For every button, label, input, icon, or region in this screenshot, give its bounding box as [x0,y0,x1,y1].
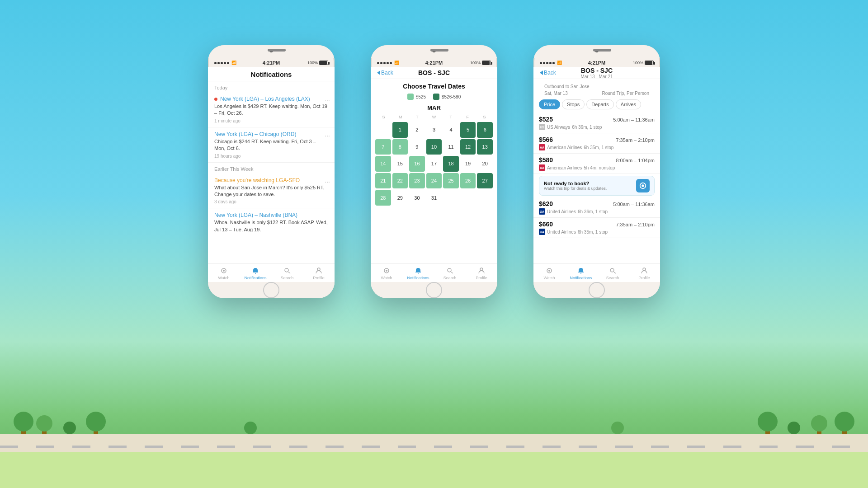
nav3-search[interactable]: Search [597,264,628,282]
legend-light-box [407,94,414,100]
flight-item-525[interactable]: $525 5:00am – 11:36am US US Airways 6h 3… [533,113,660,133]
notif-route-bna: New York (LGA) – Nashville (BNA) [214,212,328,218]
flight-660-price-row: $660 7:35am – 2:10pm [539,221,655,228]
cal-day-11[interactable]: 11 [443,139,459,155]
back-chevron [377,70,380,75]
nav2-profile[interactable]: Profile [466,264,497,282]
filter-tabs: Price Stops Departs Arrives [533,98,660,111]
cal-day-17[interactable]: 17 [426,156,442,172]
cal-day-12[interactable]: 12 [460,139,476,155]
svg-point-16 [643,268,646,271]
cal-day-14[interactable]: 14 [375,156,391,172]
flight-item-566[interactable]: $566 7:35am – 2:10pm AA American Airline… [533,133,660,154]
cal-day-24[interactable]: 24 [426,173,442,189]
profile3-icon [639,267,649,275]
outbound-label: Outbound to San Jose [539,81,655,90]
nav2-watch-label: Watch [381,276,392,280]
cal-day-31[interactable]: 31 [426,190,442,206]
cal-day-13[interactable]: 13 [477,139,493,155]
nav-profile[interactable]: Profile [303,264,335,282]
notifications3-icon [576,267,586,275]
cal-day-25[interactable]: 25 [443,173,459,189]
aa-logo-2: AA [539,164,545,171]
cal-day-16[interactable]: 16 [409,156,425,172]
nav-watch-label: Watch [218,276,229,280]
home-button-2[interactable] [426,282,442,298]
weekday-s1: S [375,114,392,120]
flight-620-airline: United Airlines [547,209,576,214]
cal-day-6[interactable]: 6 [477,122,493,138]
flight-660-times: 7:35am – 2:10pm [616,222,655,227]
nav3-profile[interactable]: Profile [628,264,660,282]
nav2-notifications[interactable]: Notifications [402,264,434,282]
flight-660-airline: United Airlines [547,230,576,235]
cal-day-30[interactable]: 30 [409,190,425,206]
cal-day-26[interactable]: 26 [460,173,476,189]
watch-promo-button[interactable] [636,179,650,192]
cal-day-19[interactable]: 19 [460,156,476,172]
cal-day-10[interactable]: 10 [426,139,442,155]
svg-point-13 [548,270,550,272]
phone2-top-bar [371,45,497,58]
calendar-grid: MAR S M T W T F S 1234567891011121314151… [375,104,493,206]
phone3-speaker [593,49,611,52]
cal-day-22[interactable]: 22 [392,173,408,189]
flight-620-price-row: $620 5:00am – 11:36am [539,200,655,207]
cal-day-2[interactable]: 2 [409,122,425,138]
nav-notifications[interactable]: Notifications [240,264,271,282]
flight-566-airline-row: AA American Airlines 6h 35m, 1 stop [539,144,655,150]
cal-day-29[interactable]: 29 [392,190,408,206]
flight-item-620[interactable]: $620 5:00am – 11:36am UA United Airlines… [533,197,660,218]
calendar-days: 1234567891011121314151617181920212223242… [375,122,493,206]
watch-promo-banner[interactable]: Not ready to book? Watch this trip for d… [539,176,655,196]
notif-more-lax[interactable]: ··· [325,97,330,104]
nav3-watch[interactable]: Watch [533,264,565,282]
flight-item-660[interactable]: $660 7:35am – 2:10pm UA United Airlines … [533,218,660,238]
cal-day-21[interactable]: 21 [375,173,391,189]
notif-item-sfo[interactable]: Because you're watching LGA-SFO What abo… [208,174,335,209]
cal-day-18[interactable]: 18 [443,156,459,172]
cal-day-1[interactable]: 1 [392,122,408,138]
tab-stops[interactable]: Stops [562,99,585,109]
notif-route-lax: New York (LGA) – Los Angeles (LAX) [214,96,328,102]
notif-item-lax[interactable]: New York (LGA) – Los Angeles (LAX) Los A… [208,92,335,127]
nav-watch[interactable]: Watch [208,264,240,282]
flights-back-btn[interactable]: Back [540,70,556,76]
notif-route-ord: New York (LGA) – Chicago (ORD) [214,131,328,137]
flights-back-label: Back [544,70,556,76]
home-button-3[interactable] [589,282,605,298]
calendar-header: Back BOS - SJC [371,67,497,79]
tab-price[interactable]: Price [539,99,560,109]
watch3-icon [544,267,554,275]
cal-day-23[interactable]: 23 [409,173,425,189]
notif-more-sfo[interactable]: ··· [325,178,330,185]
cal-day-9[interactable]: 9 [409,139,425,155]
tab-arrives[interactable]: Arrives [616,99,641,109]
nav2-profile-label: Profile [476,276,487,280]
cal-day-28[interactable]: 28 [375,190,391,206]
calendar-back-btn[interactable]: Back [377,70,393,76]
nav2-watch[interactable]: Watch [371,264,402,282]
cal-day-7[interactable]: 7 [375,139,391,155]
nav3-notifications[interactable]: Notifications [565,264,597,282]
nav2-search[interactable]: Search [434,264,466,282]
cal-day-5[interactable]: 5 [460,122,476,138]
cal-day-8[interactable]: 8 [392,139,408,155]
cal-day-20[interactable]: 20 [477,156,493,172]
notif-item-ord[interactable]: New York (LGA) – Chicago (ORD) Chicago i… [208,127,335,163]
tab-departs[interactable]: Departs [586,99,614,109]
nav-search[interactable]: Search [271,264,303,282]
flight-item-580[interactable]: $580 8:00am – 1:04pm AA American Airline… [533,154,660,174]
cal-day-15[interactable]: 15 [392,156,408,172]
nav3-watch-label: Watch [543,276,555,280]
home-button[interactable] [263,282,279,298]
notif-item-bna[interactable]: New York (LGA) – Nashville (BNA) Whoa. N… [208,208,335,237]
legend-light-label: $525 [416,94,426,99]
cal-day-4[interactable]: 4 [443,122,459,138]
phone2-screen: Back BOS - SJC Choose Travel Dates $525 … [371,67,497,282]
cal-day-3[interactable]: 3 [426,122,442,138]
notif-body-sfo: What about San Jose in March? It's only … [214,184,328,198]
search2-icon [445,267,455,275]
notif-more-ord[interactable]: ··· [325,132,330,139]
cal-day-27[interactable]: 27 [477,173,493,189]
